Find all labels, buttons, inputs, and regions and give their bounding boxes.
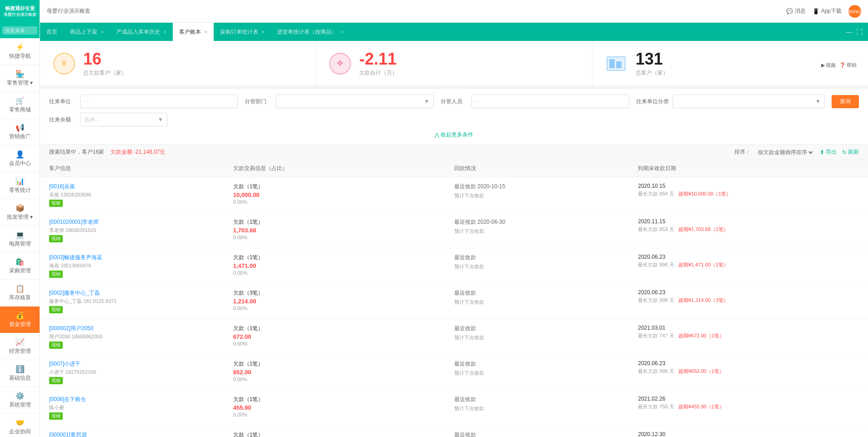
filter-balance: 往来余额 选择... ▼ [49,113,167,126]
filter-dept-select[interactable]: ▼ [276,95,433,108]
due-date-2: 2020.06.23 [638,254,859,260]
sidebar-item-member[interactable]: 👤 会员中心 [0,146,40,172]
app-download-button[interactable]: 📱 App下载 [813,7,842,15]
sidebar-item-inventory[interactable]: 📋 库存核算 [0,280,40,306]
tab-close-icon[interactable]: × [341,30,343,35]
sidebar-item-basic[interactable]: ℹ️ 基础信息 [0,360,40,387]
overdue-link-5[interactable]: 超期¥652.00（1笔） [678,368,724,374]
help-icon: ❓ [839,62,846,68]
export-label: 导出 [826,148,837,156]
col-header-debt: 欠款交易信息（占比） [233,165,454,172]
tab-customer-account[interactable]: 客户账本 × [173,23,214,41]
stat-label-customers: 总客户（家） [636,69,814,77]
overdue-link-0[interactable]: 超期¥10,000.00（1笔） [678,191,731,196]
user-avatar[interactable]: demo2 [848,5,861,18]
tab-minimize-button[interactable]: — [844,27,854,36]
overdue-link-2[interactable]: 超期¥1,471.00（1笔） [678,262,728,267]
filter-source-unit-input[interactable]: ··· [80,95,238,108]
tab-purchase-order[interactable]: 采购订单统计表 × [214,23,271,41]
sidebar-item-batch-mgmt[interactable]: 📦 批发管理 ▾ [0,199,40,226]
inventory-icon: 📋 [2,284,37,293]
tab-inventory-stats[interactable]: 进货单统计表（按商品） × [271,23,350,41]
tab-home-label: 首页 [46,28,57,36]
refresh-label: 刷新 [848,148,859,156]
retail-mall-icon: 🛒 [2,96,37,105]
finance-icon: 💰 [2,311,37,320]
result-actions: 排序： 按欠款金额倒序排序 ⬆ 导出 ↻ 刷新 [734,148,859,156]
sidebar-item-retail-mall[interactable]: 🛒 零售商城 [0,92,40,119]
refresh-button[interactable]: ↻ 刷新 [842,148,859,156]
debt-percent-0: 0.00% [233,199,454,205]
tab-product-offshelf[interactable]: 商品上下架 × [64,23,110,41]
tab-close-icon[interactable]: × [205,30,207,35]
sidebar-item-label: 零售统计 [2,186,37,194]
stat-label-debt: 欠款合计（万） [359,69,580,77]
customer-name-1[interactable]: [0001020001]李老师 [49,218,233,226]
tab-close-icon[interactable]: × [164,30,166,35]
sidebar-item-label: 批发管理 ▾ [2,213,37,221]
sort-select[interactable]: 按欠款金额倒序排序 [756,149,814,156]
customer-tag-3: 现销 [49,306,63,313]
customer-name-5[interactable]: [0007]小进干 [49,360,233,368]
customer-name-7[interactable]: [000001]黄思源 [49,431,233,437]
debt-percent-5: 0.00% [233,377,454,382]
export-icon: ⬆ [820,149,824,156]
sidebar-item-retail-mgmt[interactable]: 🏪 零售管理 ▾ [0,65,40,92]
tab-close-icon[interactable]: × [262,30,265,35]
filter-balance-select[interactable]: 选择... ▼ [80,113,167,126]
customer-name-6[interactable]: [0006]去下粮仓 [49,396,233,403]
tab-home[interactable]: 首页 [40,23,64,41]
debt-info-6: 欠款（1笔） 455.90 0.00% [233,396,454,417]
overdue-link-6[interactable]: 超期¥455.90（1笔） [678,404,724,409]
filter-unit-class-select[interactable]: ▼ [672,95,825,108]
collapse-button[interactable]: ⋀ 收起更多条件 [435,131,473,139]
due-date-7: 2020.12.30 [638,431,859,437]
debt-amount-5: 652.00 [233,369,454,376]
stat-icon-customers [604,51,629,76]
tab-maximize-button[interactable]: ⛶ [854,27,864,36]
customer-phone-0: 吴俊 13026203696 [49,191,233,198]
message-button[interactable]: 💬 消息 [786,7,806,15]
tab-close-icon[interactable]: × [101,30,104,35]
sidebar-item-retail-stats[interactable]: 📊 零售统计 [0,172,40,199]
due-date-3: 2020.06.23 [638,289,859,296]
filter-source-unit-label: 往来单位 [49,98,76,105]
overdue-link-4[interactable]: 超期¥672.00（1笔） [678,333,724,338]
due-date-4: 2021.03.01 [638,325,859,331]
customer-name-4[interactable]: [000002]用户2050 [49,325,233,332]
customer-phone-3: 服务中心_丁磊 181 0125 8371 [49,298,233,305]
overdue-link-1[interactable]: 超期¥1,703.68（1笔） [678,226,728,232]
filter-manager-input[interactable]: ··· [472,95,629,108]
export-button[interactable]: ⬆ 导出 [820,148,837,156]
search-button[interactable]: 查询 [832,95,859,108]
customer-name-0[interactable]: [0016]吴俊 [49,183,233,191]
debt-count-4: 欠款（1笔） [233,325,454,332]
customer-name-3[interactable]: [0002]服务中心_丁磊 [49,289,233,297]
overdue-days-4: 最长欠款 747 天 超期¥672.00（1笔） [638,332,859,339]
sidebar-item-marketing[interactable]: 📢 营销推广 [0,119,40,146]
customer-name-2[interactable]: [0003]畅捷服务尹海蓝 [49,254,233,261]
sidebar-item-purchase[interactable]: 🛍️ 采购管理 [0,253,40,280]
return-latest-1: 最近收款 2020-06-30 [454,218,638,226]
search-input[interactable] [2,26,37,35]
return-info-7: 最近收款 预计下次收款 [454,431,638,437]
return-info-4: 最近收款 预计下次收款 [454,325,638,341]
customer-info-1: [0001020001]李老师 李老师 18600391516 现销 [49,218,233,242]
stat-info-debt: -2.11 欠款合计（万） [359,50,580,77]
tab-production-history[interactable]: 产成品入库单历史 × [110,23,173,41]
sidebar-item-ops[interactable]: 📈 经营管理 [0,333,40,360]
sidebar-item-quick-nav[interactable]: ⚡ 快捷导航 [0,38,40,65]
overdue-link-3[interactable]: 超期¥1,214.00（3笔） [678,297,728,303]
sidebar-item-system[interactable]: ⚙️ 系统管理 [0,387,40,414]
video-button[interactable]: ▶ 视频 [821,62,836,69]
message-label: 消息 [795,7,806,15]
customer-phone-1: 李老师 18600391516 [49,227,233,234]
sidebar-item-finance[interactable]: 💰 资金管理 [0,306,40,333]
result-summary: 搜索结果中，客户16家 欠款金额 -21,148.07元 [49,148,165,156]
sidebar-item-label: 零售管理 ▾ [2,79,37,87]
sidebar-item-ecommerce[interactable]: 💻 电商管理 [0,226,40,253]
result-amount: 欠款金额 -21,148.07元 [110,149,166,155]
table-row: [0007]小进干 小进干 18279152100 现销 欠款（1笔） 652.… [40,355,868,390]
help-button[interactable]: ❓ 帮助 [839,62,857,69]
sidebar-item-enterprise[interactable]: 🤝 企业协同 [0,414,40,437]
